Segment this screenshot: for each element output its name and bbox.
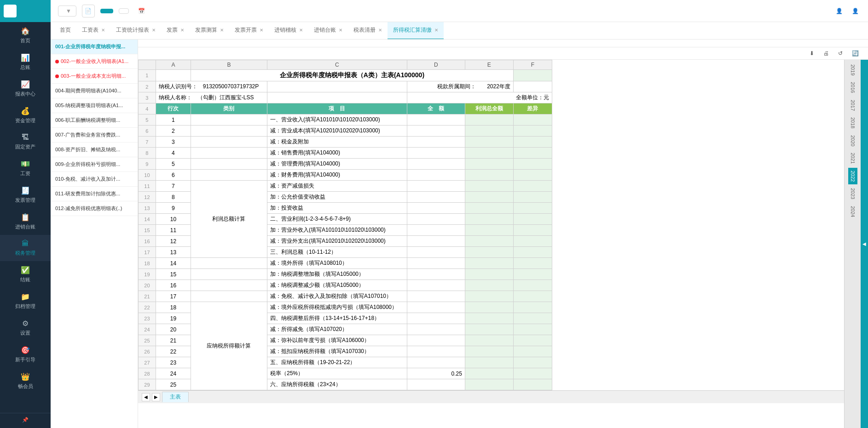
left-panel-item-009[interactable]: 009-企业所得税补亏损明细... bbox=[51, 157, 138, 172]
profit-cell[interactable] bbox=[465, 203, 513, 214]
left-panel-item-011[interactable]: 011-研发费用加计扣除优惠... bbox=[51, 187, 138, 201]
seq-cell[interactable]: 20 bbox=[156, 324, 191, 335]
diff-cell[interactable] bbox=[513, 203, 552, 214]
profit-cell[interactable] bbox=[465, 137, 513, 148]
profit-cell[interactable] bbox=[465, 148, 513, 159]
diff-cell[interactable] bbox=[513, 280, 552, 291]
diff-cell[interactable] bbox=[513, 269, 552, 280]
sidebar-item-purchase[interactable]: 📋进销台账 bbox=[0, 208, 51, 235]
year-item-2020[interactable]: 2020 bbox=[848, 132, 857, 149]
diff-cell[interactable] bbox=[513, 379, 552, 390]
amount-cell[interactable] bbox=[407, 302, 465, 313]
amount-cell[interactable] bbox=[407, 225, 465, 236]
print-button[interactable]: 🖨 bbox=[823, 50, 831, 57]
sidebar-item-asset[interactable]: 🏗固定资产 bbox=[0, 129, 51, 155]
profit-cell[interactable] bbox=[465, 126, 513, 137]
sidebar-item-ledger[interactable]: 📊总账 bbox=[0, 49, 51, 75]
diff-cell[interactable] bbox=[513, 236, 552, 247]
seq-cell[interactable]: 3 bbox=[156, 137, 191, 148]
amount-cell[interactable] bbox=[407, 114, 465, 126]
seq-cell[interactable]: 1 bbox=[156, 114, 191, 126]
tab-close-icon[interactable]: ✕ bbox=[180, 28, 184, 33]
document-button[interactable]: 📄 bbox=[82, 5, 95, 17]
refresh-button[interactable]: 🔄 bbox=[852, 50, 861, 57]
seq-cell[interactable]: 22 bbox=[156, 346, 191, 357]
amount-cell[interactable] bbox=[407, 324, 465, 335]
user-profile-button[interactable]: 👤 bbox=[852, 8, 861, 14]
amount-cell[interactable] bbox=[407, 379, 465, 390]
sidebar-item-salary[interactable]: 💵工资 bbox=[0, 155, 51, 182]
diff-cell[interactable] bbox=[513, 148, 552, 159]
tab-close-icon[interactable]: ✕ bbox=[339, 28, 342, 33]
tab-发票开票[interactable]: 发票开票✕ bbox=[229, 22, 269, 40]
seq-cell[interactable]: 18 bbox=[156, 302, 191, 313]
customer-service-button[interactable]: 👤 bbox=[836, 8, 845, 14]
diff-cell[interactable] bbox=[513, 291, 552, 302]
seq-cell[interactable]: 4 bbox=[156, 148, 191, 159]
year-item-2024[interactable]: 2024 bbox=[848, 203, 857, 220]
seq-cell[interactable]: 6 bbox=[156, 170, 191, 181]
profit-cell[interactable] bbox=[465, 335, 513, 346]
profit-cell[interactable] bbox=[465, 280, 513, 291]
seq-cell[interactable]: 24 bbox=[156, 368, 191, 379]
sidebar-item-guide[interactable]: 🎯新手引导 bbox=[0, 341, 51, 368]
seq-cell[interactable]: 16 bbox=[156, 280, 191, 291]
sidebar-item-invoice[interactable]: 🧾发票管理 bbox=[0, 182, 51, 208]
tab-close-icon[interactable]: ✕ bbox=[220, 28, 224, 33]
amount-cell[interactable] bbox=[407, 269, 465, 280]
diff-cell[interactable] bbox=[513, 114, 552, 126]
seq-cell[interactable]: 11 bbox=[156, 225, 191, 236]
tab-close-icon[interactable]: ✕ bbox=[299, 28, 303, 33]
amount-cell[interactable] bbox=[407, 181, 465, 192]
profit-cell[interactable] bbox=[465, 302, 513, 313]
left-panel-item-001[interactable]: 001-企业所得税年度纳税申报... bbox=[51, 40, 138, 54]
sheet-container[interactable]: A B C D E F 1 企业所得税年度纳税申报表（A类）主表(A100000… bbox=[138, 60, 844, 428]
tab-工资统计报表[interactable]: 工资统计报表✕ bbox=[110, 22, 161, 40]
diff-cell[interactable] bbox=[513, 247, 552, 258]
profit-cell[interactable] bbox=[465, 346, 513, 357]
diff-cell[interactable] bbox=[513, 302, 552, 313]
seq-cell[interactable]: 17 bbox=[156, 291, 191, 302]
tab-所得税汇算清缴[interactable]: 所得税汇算清缴✕ bbox=[388, 22, 444, 40]
diff-cell[interactable] bbox=[513, 192, 552, 203]
year-item-2016[interactable]: 2016 bbox=[848, 79, 857, 96]
amount-cell[interactable] bbox=[407, 346, 465, 357]
seq-cell[interactable]: 12 bbox=[156, 236, 191, 247]
amount-cell[interactable] bbox=[407, 203, 465, 214]
tab-close-icon[interactable]: ✕ bbox=[152, 28, 156, 33]
sidebar-item-close[interactable]: ✅结账 bbox=[0, 261, 51, 288]
amount-cell[interactable] bbox=[407, 280, 465, 291]
seq-cell[interactable]: 13 bbox=[156, 247, 191, 258]
year-sidebar-collapse[interactable]: ◀ bbox=[861, 60, 868, 428]
seq-cell[interactable]: 15 bbox=[156, 269, 191, 280]
sidebar-item-member[interactable]: 👑畅会员 bbox=[0, 368, 51, 394]
diff-cell[interactable] bbox=[513, 126, 552, 137]
diff-cell[interactable] bbox=[513, 258, 552, 269]
amount-cell[interactable] bbox=[407, 313, 465, 324]
amount-cell[interactable] bbox=[407, 159, 465, 170]
seq-cell[interactable]: 7 bbox=[156, 181, 191, 192]
sidebar-item-settings[interactable]: ⚙设置 bbox=[0, 314, 51, 341]
tab-close-icon[interactable]: ✕ bbox=[378, 28, 382, 33]
amount-cell[interactable] bbox=[407, 170, 465, 181]
amount-cell[interactable] bbox=[407, 126, 465, 137]
year-item-2023[interactable]: 2023 bbox=[848, 185, 857, 202]
diff-cell[interactable] bbox=[513, 170, 552, 181]
year-item-2021[interactable]: 2021 bbox=[848, 150, 857, 166]
tab-进销稽核[interactable]: 进销稽核✕ bbox=[269, 22, 308, 40]
profit-cell[interactable] bbox=[465, 291, 513, 302]
diff-cell[interactable] bbox=[513, 357, 552, 368]
left-panel-item-007[interactable]: 007-广告费和业务宣传费跌... bbox=[51, 128, 138, 143]
year-item-2019[interactable]: 2019 bbox=[848, 62, 857, 78]
seq-cell[interactable]: 8 bbox=[156, 192, 191, 203]
left-panel-item-012[interactable]: 012-减免所得税优惠明细表(..) bbox=[51, 201, 138, 216]
diff-cell[interactable] bbox=[513, 181, 552, 192]
tab-close-icon[interactable]: ✕ bbox=[434, 28, 438, 33]
amount-cell[interactable] bbox=[407, 247, 465, 258]
profit-cell[interactable] bbox=[465, 258, 513, 269]
sidebar-item-fund[interactable]: 💰资金管理 bbox=[0, 102, 51, 129]
unpin-button[interactable]: 📌 bbox=[0, 413, 51, 428]
profit-cell[interactable] bbox=[465, 181, 513, 192]
diff-cell[interactable] bbox=[513, 368, 552, 379]
seq-cell[interactable]: 23 bbox=[156, 357, 191, 368]
